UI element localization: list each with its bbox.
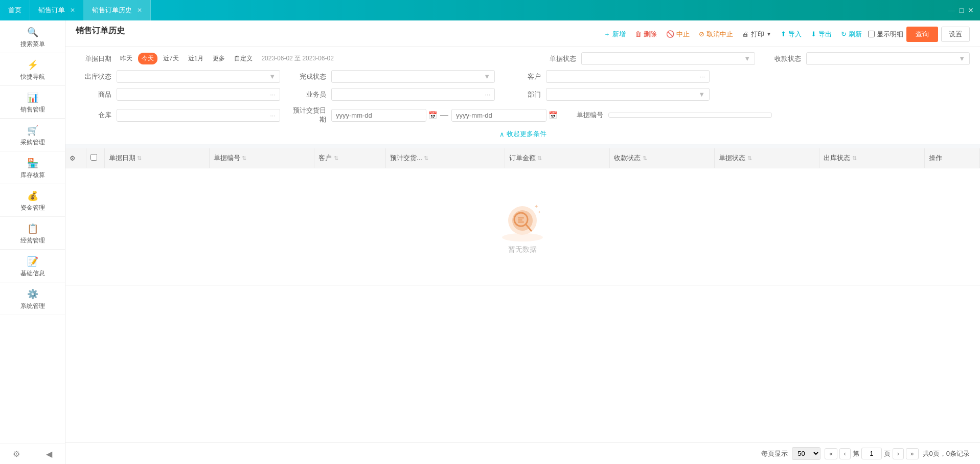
import-icon: ⬆ — [781, 30, 786, 38]
settings-gear-icon[interactable]: ⚙ — [70, 154, 76, 162]
col-amount-sort-icon[interactable]: ⇅ — [537, 155, 542, 161]
stop-btn[interactable]: 🚫 中止 — [663, 28, 693, 41]
col-receipt-status-label: 收款状态 — [614, 154, 641, 162]
sidebar-settings-icon[interactable]: ⚙ — [13, 449, 20, 459]
col-actions: 操作 — [924, 148, 979, 168]
customer-input[interactable]: ··· — [546, 70, 710, 83]
print-btn[interactable]: 🖨 打印 ▼ — [739, 28, 774, 41]
col-delivery[interactable]: 预计交货... ⇅ — [386, 148, 505, 168]
department-label: 部门 — [505, 90, 546, 99]
outbound-label: 出库状态 — [76, 72, 117, 81]
col-number[interactable]: 单据编号 ⇅ — [209, 148, 314, 168]
tab-sales-history[interactable]: 销售订单历史 ✕ — [84, 0, 151, 20]
sidebar-item-inventory[interactable]: 🏪 库存核算 — [0, 151, 65, 184]
col-delivery-sort-icon[interactable]: ⇅ — [424, 155, 428, 161]
sidebar-item-basics-label: 基础信息 — [20, 269, 45, 278]
col-doc-sort-icon[interactable]: ⇅ — [747, 155, 752, 161]
current-page-input[interactable] — [861, 448, 882, 459]
col-actions-label: 操作 — [929, 154, 942, 162]
col-receipt-sort-icon[interactable]: ⇅ — [643, 155, 647, 161]
export-label: 导出 — [818, 30, 832, 39]
col-number-sort-icon[interactable]: ⇅ — [242, 155, 246, 161]
warehouse-more-icon[interactable]: ··· — [270, 112, 276, 119]
status-select[interactable]: ▼ — [581, 52, 755, 65]
sidebar-collapse-icon[interactable]: ◀ — [46, 449, 52, 459]
doc-number-input[interactable] — [608, 113, 772, 118]
delivery-date-start-input[interactable] — [331, 109, 426, 122]
sidebar-item-sales[interactable]: 📊 销售管理 — [0, 86, 65, 119]
collapse-row[interactable]: ∧ 收起更多条件 — [76, 129, 970, 139]
receipt-status-select[interactable]: ▼ — [806, 52, 970, 65]
date-btn-yesterday[interactable]: 昨天 — [117, 53, 136, 64]
date-btn-1month[interactable]: 近1月 — [185, 53, 208, 64]
outbound-arrow-icon: ▼ — [269, 73, 276, 80]
col-date-label: 单据日期 — [109, 154, 135, 162]
department-arrow-icon: ▼ — [698, 91, 705, 98]
print-arrow-icon: ▼ — [766, 31, 771, 37]
col-date-sort-icon[interactable]: ⇅ — [137, 155, 142, 161]
sidebar-item-operations[interactable]: 📋 经营管理 — [0, 217, 65, 250]
import-btn[interactable]: ⬆ 导入 — [778, 28, 805, 41]
query-button[interactable]: 查询 — [906, 27, 938, 42]
col-date[interactable]: 单据日期 ⇅ — [104, 148, 209, 168]
col-amount[interactable]: 订单金额 ⇅ — [505, 148, 609, 168]
sidebar-item-search[interactable]: 🔍 搜索菜单 — [0, 20, 65, 53]
calendar-start-icon[interactable]: 📅 — [428, 111, 437, 119]
salesperson-input[interactable]: ··· — [331, 88, 495, 101]
col-settings[interactable]: ⚙ — [65, 148, 86, 168]
salesperson-more-icon[interactable]: ··· — [485, 91, 490, 98]
doc-number-label: 单据编号 — [567, 111, 608, 120]
cancel-stop-btn[interactable]: ⊘ 取消中止 — [696, 28, 736, 41]
settings-button[interactable]: 设置 — [941, 27, 970, 42]
sidebar-item-quicknav[interactable]: ⚡ 快捷导航 — [0, 53, 65, 86]
col-outbound-sort-icon[interactable]: ⇅ — [852, 155, 857, 161]
goods-more-icon[interactable]: ··· — [270, 91, 276, 98]
calendar-end-icon[interactable]: 📅 — [549, 111, 557, 119]
goods-input[interactable]: ··· — [117, 88, 280, 101]
customer-more-icon[interactable]: ··· — [699, 73, 705, 80]
date-btn-custom[interactable]: 自定义 — [231, 53, 256, 64]
date-btn-more[interactable]: 更多 — [209, 53, 229, 64]
col-doc-status[interactable]: 单据状态 ⇅ — [715, 148, 819, 168]
sidebar-item-finance[interactable]: 💰 资金管理 — [0, 184, 65, 217]
minimize-btn[interactable]: — — [948, 6, 955, 14]
per-page-select[interactable]: 50 10 20 100 — [792, 447, 821, 460]
department-select[interactable]: ▼ — [546, 88, 710, 101]
display-cols-checkbox[interactable] — [868, 31, 875, 37]
sidebar-item-system[interactable]: ⚙️ 系统管理 — [0, 282, 65, 315]
date-btn-7days[interactable]: 近7天 — [159, 53, 183, 64]
delete-btn[interactable]: 🗑 删除 — [632, 28, 660, 41]
display-cols-wrap[interactable]: 显示明细 — [868, 30, 903, 39]
maximize-btn[interactable]: □ — [960, 6, 964, 14]
sidebar-item-purchase[interactable]: 🛒 采购管理 — [0, 119, 65, 151]
collapse-up-icon: ∧ — [499, 130, 505, 138]
col-outbound-status[interactable]: 出库状态 ⇅ — [819, 148, 924, 168]
close-btn[interactable]: ✕ — [968, 6, 974, 14]
next-page-btn[interactable]: › — [893, 448, 904, 459]
delivery-date-label: 预计交货日期 — [290, 106, 331, 124]
col-checkbox[interactable] — [86, 148, 104, 168]
delivery-date-end-input[interactable] — [451, 109, 546, 122]
date-btn-today[interactable]: 今天 — [138, 53, 157, 64]
first-page-btn[interactable]: « — [825, 448, 837, 459]
select-all-checkbox[interactable] — [90, 154, 97, 161]
col-receipt-status[interactable]: 收款状态 ⇅ — [609, 148, 714, 168]
print-icon: 🖨 — [742, 30, 749, 38]
sidebar-item-basics[interactable]: 📝 基础信息 — [0, 250, 65, 282]
prev-page-btn[interactable]: ‹ — [839, 448, 851, 459]
refresh-btn[interactable]: ↻ 刷新 — [838, 28, 865, 41]
col-customer-sort-icon[interactable]: ⇅ — [334, 155, 338, 161]
export-btn[interactable]: ⬇ 导出 — [808, 28, 835, 41]
tab-home[interactable]: 首页 — [0, 0, 30, 20]
completion-select[interactable]: ▼ — [331, 70, 495, 83]
tab-sales-order-close[interactable]: ✕ — [70, 7, 75, 14]
last-page-btn[interactable]: » — [906, 448, 919, 459]
col-customer[interactable]: 客户 ⇅ — [314, 148, 386, 168]
filter-row-3: 商品 ··· 业务员 ··· 部门 ▼ — [76, 88, 970, 101]
warehouse-input[interactable]: ··· — [117, 109, 280, 122]
outbound-select[interactable]: ▼ — [117, 70, 280, 83]
sidebar-item-system-label: 系统管理 — [20, 302, 45, 311]
new-btn[interactable]: ＋ 新增 — [601, 28, 629, 41]
tab-sales-order[interactable]: 销售订单 ✕ — [30, 0, 84, 20]
tab-sales-history-close[interactable]: ✕ — [137, 7, 142, 14]
